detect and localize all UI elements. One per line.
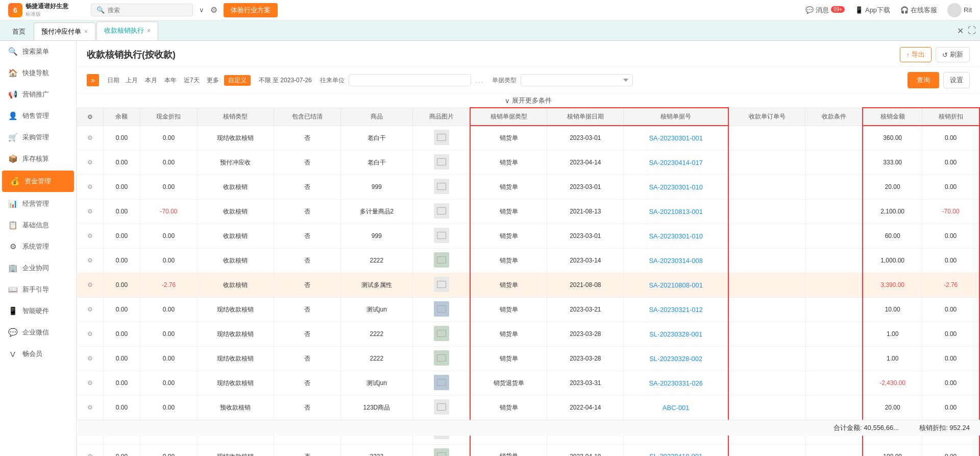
table-cell: 1.00 [863,322,922,346]
tab-home[interactable]: 首页 [4,23,34,40]
table-cell[interactable]: SA-20210813-001 [624,199,728,224]
sidebar-item-quick-nav[interactable]: 🏠快捷导航 [0,62,76,84]
solution-button[interactable]: 体验行业方案 [224,3,278,17]
gear-cell[interactable]: ⚙ [77,297,104,322]
table-row: ⚙0.000.00预收款核销否123D商品销货单2022-04-14ABC-00… [77,395,980,420]
table-cell[interactable]: SA-20230301-010 [624,224,728,248]
doc-no-link[interactable]: SA-20230314-008 [649,257,703,265]
sidebar-item-operations[interactable]: 📊经营管理 [0,193,76,214]
tab-collection[interactable]: 收款核销执行 × [96,21,158,40]
doc-no-link[interactable]: SA-20210813-001 [649,208,703,215]
search-box[interactable]: 🔍 [91,4,193,16]
sidebar-label-quick-nav: 快捷导航 [22,68,49,78]
gear-cell[interactable]: ⚙ [77,395,104,420]
gear-cell[interactable]: ⚙ [77,199,104,224]
counterpart-dots[interactable]: ... [475,76,484,84]
sidebar-item-corp[interactable]: 🏢企业协同 [0,257,76,279]
footer-amount-value: 40,556,66... [864,424,899,431]
gear-cell[interactable]: ⚙ [77,126,104,150]
table-cell[interactable]: SA-20230314-008 [624,248,728,273]
sidebar-item-wechat[interactable]: 💬企业微信 [0,322,76,343]
message-action[interactable]: 💬 消息 99+ [805,6,845,15]
doc-no-link[interactable]: SA-20230301-001 [649,134,703,142]
table-cell: 2222 [340,322,413,346]
sidebar-item-sales[interactable]: 👤销售管理 [0,105,76,127]
table-cell[interactable]: SA-20210808-001 [624,273,728,297]
gear-cell[interactable]: ⚙ [77,224,104,248]
sidebar-item-basic-info[interactable]: 📋基础信息 [0,214,76,236]
tab-collection-close[interactable]: × [147,27,151,34]
sidebar-item-guide[interactable]: 📖新手引导 [0,279,76,300]
sidebar-item-smart-hw[interactable]: 📱智能硬件 [0,300,76,322]
table-cell: 2022-04-14 [547,395,624,420]
sidebar-item-purchase[interactable]: 🛒采购管理 [0,127,76,148]
counterpart-input[interactable] [349,74,471,86]
table-cell[interactable]: SA-20230321-012 [624,297,728,322]
gear-cell[interactable]: ⚙ [77,248,104,273]
gear-cell[interactable]: ⚙ [77,322,104,346]
gear-cell[interactable]: ⚙ [77,371,104,395]
tab-close-all-button[interactable]: ✕ [957,26,964,35]
table-cell[interactable]: SA-20230414-017 [624,150,728,175]
table-cell [728,395,805,420]
date-filter-label: 日期 [107,76,119,85]
sidebar-item-capital[interactable]: 💰资金管理 [2,171,74,192]
doc-no-link[interactable]: SA-20230321-012 [649,306,703,314]
doc-type-select[interactable] [521,74,633,86]
table-cell[interactable]: SL-20230328-002 [624,346,728,371]
gear-cell[interactable]: ⚙ [77,175,104,199]
filter-expand-button[interactable]: » [87,74,99,86]
gear-cell[interactable]: ⚙ [77,150,104,175]
date-opt-custom[interactable]: 自定义 [224,75,251,86]
doc-no-link[interactable]: ABC-001 [663,404,690,412]
table-cell[interactable]: SL-20230418-001 [624,444,728,456]
gear-cell[interactable]: ⚙ [77,346,104,371]
expand-more-button[interactable]: ∨ 展开更多条件 [505,96,552,105]
tab-expand-button[interactable]: ⛶ [968,26,976,35]
doc-no-link[interactable]: SA-20230414-017 [649,159,703,166]
refresh-button[interactable]: ↺ 刷新 [936,47,970,62]
date-opt-this-month[interactable]: 本月 [143,75,159,86]
doc-no-link[interactable]: SL-20230418-001 [649,452,702,456]
date-opt-last-month[interactable]: 上月 [124,75,140,86]
app-download-action[interactable]: 📱 App下载 [855,6,890,15]
table-cell[interactable]: ABC-001 [624,395,728,420]
table-cell: 现结收款核销 [197,297,274,322]
table-footer: 合计金额: 40,556,66... 核销折扣: 952.24 [77,420,980,436]
table-cell[interactable]: SA-20230331-026 [624,371,728,395]
doc-no-link[interactable]: SA-20230301-010 [649,232,703,240]
table-cell: 100.00 [863,444,922,456]
table-cell [413,126,470,150]
expand-arrow-icon[interactable]: ∨ [199,6,204,14]
sidebar-item-inventory[interactable]: 📦库存核算 [0,148,76,170]
doc-no-link[interactable]: SA-20230301-010 [649,183,703,191]
tab-prepay[interactable]: 预付冲应付单 × [34,22,95,40]
user-profile[interactable]: Rit [947,3,972,17]
table-cell[interactable]: SA-20230301-001 [624,126,728,150]
doc-no-link[interactable]: SL-20230328-001 [649,330,702,338]
online-service-action[interactable]: 🎧 在线客服 [900,6,937,15]
doc-no-link[interactable]: SL-20230328-002 [649,355,702,363]
table-cell: 2023-03-14 [547,248,624,273]
sidebar-item-marketing[interactable]: 📢营销推广 [0,84,76,105]
product-image [434,277,449,292]
query-button[interactable]: 查询 [908,72,939,88]
table-cell[interactable]: SL-20230328-001 [624,322,728,346]
search-input[interactable] [108,7,184,14]
date-opt-this-year[interactable]: 本年 [162,75,179,86]
settings-icon[interactable]: ⚙ [210,5,217,15]
sidebar-item-member[interactable]: V畅会员 [0,343,76,365]
sidebar-item-system[interactable]: ⚙系统管理 [0,236,76,257]
table-cell[interactable]: SA-20230301-010 [624,175,728,199]
doc-no-link[interactable]: SA-20210808-001 [649,281,703,289]
date-opt-more[interactable]: 更多 [205,75,221,86]
export-button[interactable]: ↑ 导出 [900,47,932,62]
date-opt-7days[interactable]: 近7天 [182,75,202,86]
doc-no-link[interactable]: SA-20230331-026 [649,379,703,387]
gear-cell[interactable]: ⚙ [77,273,104,297]
filter-settings-button[interactable]: 设置 [943,72,970,88]
sidebar-item-search-menu[interactable]: 🔍搜索菜单 [0,41,76,62]
tab-prepay-close[interactable]: × [84,28,88,35]
gear-cell[interactable]: ⚙ [77,444,104,456]
col-header-8: 核销单据日期 [547,108,624,126]
